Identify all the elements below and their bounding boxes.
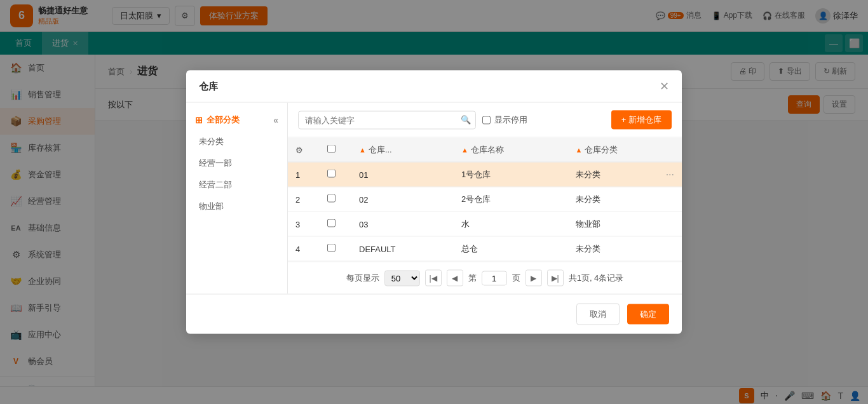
- show-disabled-label[interactable]: 显示停用: [482, 114, 527, 126]
- th-category[interactable]: ▲ 仓库分类: [568, 138, 682, 163]
- search-input[interactable]: [298, 111, 476, 129]
- warehouse-table-wrap: ⚙ ▲ 仓库...: [288, 138, 682, 262]
- td-name: 1号仓库: [454, 162, 567, 187]
- th-name[interactable]: ▲ 仓库名称: [454, 138, 567, 163]
- td-seq: 2: [288, 187, 320, 212]
- page-input[interactable]: [482, 271, 507, 285]
- category-item-dept1[interactable]: 经营一部: [186, 152, 287, 174]
- category-item-property[interactable]: 物业部: [186, 196, 287, 217]
- td-code: DEFAULT: [351, 236, 454, 261]
- search-icon: 🔍: [461, 115, 471, 125]
- page-last-button[interactable]: ▶|: [547, 270, 564, 286]
- dialog-header: 仓库 ✕: [186, 71, 682, 103]
- warehouse-table-body: 1 01 1号仓库 未分类 ··· 2 02: [288, 162, 682, 261]
- cancel-button[interactable]: 取消: [576, 304, 620, 325]
- td-code: 02: [351, 187, 454, 212]
- page-prev-button[interactable]: ◀: [447, 270, 463, 286]
- page-first-button[interactable]: |◀: [425, 270, 442, 286]
- td-code: 03: [351, 212, 454, 236]
- warehouse-dialog: 仓库 ✕ ⊞ 全部分类 « 未分类 经营一部 经营二部 物业部 🔍: [186, 71, 682, 334]
- grid-icon: ⊞: [195, 115, 203, 125]
- collapse-icon[interactable]: «: [273, 115, 278, 125]
- table-header-row: ⚙ ▲ 仓库...: [288, 138, 682, 163]
- td-category: 未分类: [568, 187, 682, 212]
- table-row[interactable]: 4 DEFAULT 总仓 未分类: [288, 236, 682, 261]
- td-name: 2号仓库: [454, 187, 567, 212]
- warehouse-table: ⚙ ▲ 仓库...: [288, 138, 682, 262]
- th-code[interactable]: ▲ 仓库...: [351, 138, 454, 163]
- td-name: 水: [454, 212, 567, 236]
- td-checkbox[interactable]: [320, 212, 351, 236]
- sort-icon: ▲: [359, 146, 366, 154]
- dialog-title: 仓库: [199, 80, 218, 92]
- sort-name-icon: ▲: [461, 146, 468, 154]
- more-icon[interactable]: ···: [666, 169, 674, 180]
- category-panel: ⊞ 全部分类 « 未分类 经营一部 经营二部 物业部: [186, 103, 288, 294]
- td-seq: 3: [288, 212, 320, 236]
- select-all-checkbox[interactable]: [327, 145, 336, 153]
- th-checkbox: [320, 138, 351, 163]
- table-row[interactable]: 1 01 1号仓库 未分类 ···: [288, 162, 682, 187]
- show-disabled-checkbox[interactable]: [482, 116, 491, 124]
- td-checkbox[interactable]: [320, 162, 351, 187]
- page-size-select[interactable]: 50 100 200: [384, 270, 420, 286]
- confirm-button[interactable]: 确定: [627, 304, 669, 325]
- add-warehouse-button[interactable]: + 新增仓库: [611, 111, 672, 130]
- td-category: 未分类 ···: [568, 162, 682, 187]
- td-seq: 4: [288, 236, 320, 261]
- dialog-close-button[interactable]: ✕: [660, 79, 669, 93]
- search-wrap: 🔍: [298, 111, 476, 129]
- td-name: 总仓: [454, 236, 567, 261]
- category-item-uncategorized[interactable]: 未分类: [186, 131, 287, 152]
- td-checkbox[interactable]: [320, 187, 351, 212]
- td-category: 物业部: [568, 212, 682, 236]
- th-settings: ⚙: [288, 138, 320, 163]
- td-checkbox[interactable]: [320, 236, 351, 261]
- td-code: 01: [351, 162, 454, 187]
- right-toolbar: 🔍 显示停用 + 新增仓库: [288, 103, 682, 138]
- table-row[interactable]: 3 03 水 物业部: [288, 212, 682, 236]
- td-category: 未分类: [568, 236, 682, 261]
- sort-cat-icon: ▲: [576, 146, 583, 154]
- dialog-body: ⊞ 全部分类 « 未分类 经营一部 经营二部 物业部 🔍 显示停用 + 新增仓库: [186, 103, 682, 294]
- table-row[interactable]: 2 02 2号仓库 未分类: [288, 187, 682, 212]
- right-panel: 🔍 显示停用 + 新增仓库 ⚙: [288, 103, 682, 294]
- page-next-button[interactable]: ▶: [526, 270, 542, 286]
- pagination: 每页显示 50 100 200 |◀ ◀ 第 页 ▶ ▶| 共1页, 4条记录: [288, 262, 682, 294]
- td-seq: 1: [288, 162, 320, 187]
- dialog-footer: 取消 确定: [186, 294, 682, 334]
- category-header[interactable]: ⊞ 全部分类 «: [186, 109, 287, 131]
- category-item-dept2[interactable]: 经营二部: [186, 174, 287, 196]
- settings-icon: ⚙: [295, 145, 303, 154]
